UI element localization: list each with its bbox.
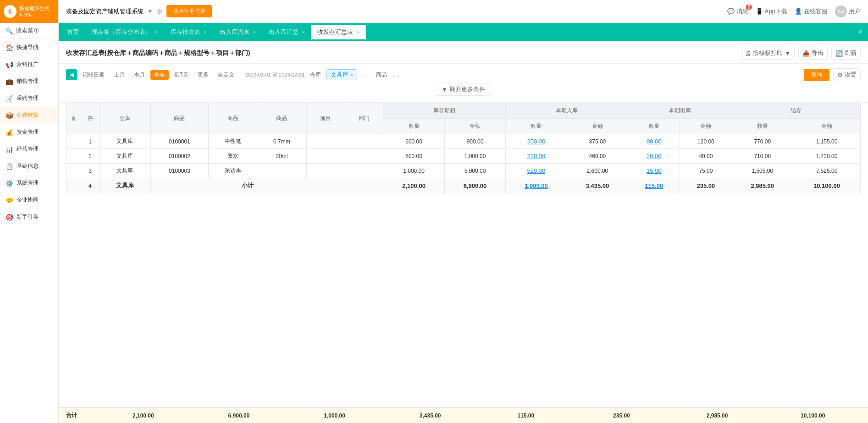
filter-collapse-btn[interactable]: ◀ xyxy=(66,69,77,80)
settings-text-btn[interactable]: ⚙ 设置 xyxy=(833,68,861,81)
cell-in-amt: 375.00 xyxy=(567,134,628,149)
tab-in-out-summary[interactable]: 出入库汇总 × xyxy=(262,25,311,39)
cell-in-amt: 2,600.00 xyxy=(567,164,628,178)
th-no: 序 xyxy=(81,103,100,134)
sidebar-search[interactable]: 🔍 搜索菜单 xyxy=(0,23,58,39)
th-product-spec: 商品 xyxy=(257,103,306,134)
th-department: 部门 xyxy=(345,103,383,134)
cell-out-qty[interactable]: 80.00 xyxy=(628,134,680,149)
export-btn[interactable]: 📤 导出 xyxy=(798,47,828,60)
date-shortcuts: 上月 本月 本年 近7天 更多 自定义 xyxy=(110,70,238,80)
th-balance-amt: 金额 xyxy=(793,119,860,134)
cell-settings xyxy=(66,164,81,178)
sidebar-item-guide[interactable]: 🎯 新手引导 xyxy=(0,209,58,225)
page-actions: 🖨 按模板打印 ▼ 📤 导出 🔄 刷新 xyxy=(741,47,861,60)
warehouse-tag: 文具库 × xyxy=(326,69,357,80)
expand-more-label: 展开更多条件 xyxy=(449,85,485,93)
tab-in-out-flow[interactable]: 出入库流水 × xyxy=(213,25,262,39)
sidebar-item-inventory[interactable]: 📦 库存核算 xyxy=(0,107,58,124)
th-warehouse: 仓库 xyxy=(100,103,151,134)
product-dots[interactable]: ... xyxy=(393,71,400,78)
sidebar-item-purchase[interactable]: 🛒 采购管理 xyxy=(0,90,58,107)
filter-right: 查询 ⚙ 设置 xyxy=(804,68,861,81)
th-period-out: 本期出库 xyxy=(628,103,732,119)
date-shortcut-this-year[interactable]: 本年 xyxy=(150,70,169,80)
cell-department xyxy=(345,149,383,164)
sidebar-item-sales[interactable]: 💼 销售管理 xyxy=(0,73,58,90)
cell-out-qty[interactable]: 115.00 xyxy=(628,178,680,193)
tab-receive-send-summary[interactable]: 收发存汇总表 × xyxy=(311,25,366,39)
page-header: 收发存汇总表(按仓库＋商品编码＋商品＋规格型号＋项目＋部门) 🖨 按模板打印 ▼… xyxy=(59,41,868,64)
settings-btn-label: 设置 xyxy=(845,71,857,79)
cell-out-qty[interactable]: 20.00 xyxy=(628,149,680,164)
warehouse-tag-close[interactable]: × xyxy=(350,72,353,77)
th-in-amt: 金额 xyxy=(567,119,628,134)
footer-in-qty: 1,000.00 xyxy=(287,412,382,419)
close-all-tabs-btn[interactable]: × xyxy=(855,28,866,36)
cell-in-qty[interactable]: 250.00 xyxy=(506,134,567,149)
sidebar-item-label: 库存核算 xyxy=(17,111,39,119)
refresh-btn[interactable]: 🔄 刷新 xyxy=(831,47,861,60)
cell-product-code: 0100002 xyxy=(150,149,208,164)
tab-inventory-dist[interactable]: 现存量（库存分布表） × xyxy=(85,25,164,39)
warehouse-label: 仓库 xyxy=(310,71,321,79)
footer-out-amt: 235.00 xyxy=(574,412,669,419)
sidebar-item-marketing[interactable]: 📢 营销推广 xyxy=(0,56,58,73)
message-btn[interactable]: 💬 消息 6 xyxy=(727,7,748,16)
tab-close-icon[interactable]: × xyxy=(302,30,305,35)
th-settings[interactable]: ⚙ xyxy=(66,103,81,134)
filter-row: ◀ 记账日期 上月 本月 本年 近7天 更多 自定义 2023-01-01 至 … xyxy=(66,68,861,81)
date-shortcut-custom[interactable]: 自定义 xyxy=(214,70,238,80)
cell-in-qty[interactable]: 520.00 xyxy=(506,164,567,178)
settings-icon[interactable]: ⚙ xyxy=(157,8,163,15)
cell-department xyxy=(345,134,383,149)
cell-in-qty[interactable]: 1,000.00 xyxy=(506,178,567,193)
dropdown-arrow: ▼ xyxy=(147,8,153,15)
th-project: 项目 xyxy=(306,103,345,134)
date-shortcut-last-7-days[interactable]: 近7天 xyxy=(171,70,192,80)
search-label: 搜索菜单 xyxy=(16,27,39,35)
warehouse-dots[interactable]: ... xyxy=(363,71,370,78)
online-service-btn[interactable]: 👤 在线客服 xyxy=(795,7,828,16)
tab-label: 收发存汇总表 xyxy=(317,28,353,36)
th-balance: 结存 xyxy=(732,103,860,119)
th-product-name: 商品 xyxy=(208,103,257,134)
cell-no: 2 xyxy=(81,149,100,164)
tab-batch-ledger[interactable]: 库存批次账 × xyxy=(164,25,213,39)
tab-home[interactable]: 首页 xyxy=(61,25,85,39)
cell-warehouse: 文具库 xyxy=(100,164,151,178)
cell-out-qty[interactable]: 15.00 xyxy=(628,164,680,178)
page-inner: 收发存汇总表(按仓库＋商品编码＋商品＋规格型号＋项目＋部门) 🖨 按模板打印 ▼… xyxy=(59,41,868,407)
cell-department xyxy=(345,178,383,193)
sidebar-item-corp[interactable]: 🤝 企业协同 xyxy=(0,192,58,209)
date-shortcut-last-month[interactable]: 上月 xyxy=(110,70,128,80)
cell-opening-qty: 600.00 xyxy=(383,134,444,149)
cell-balance-amt: 1,155.00 xyxy=(793,134,860,149)
app-download-btn[interactable]: 📱 App下载 xyxy=(756,7,787,16)
user-menu[interactable]: Ea 用户 xyxy=(835,5,861,17)
tab-close-icon[interactable]: × xyxy=(155,30,158,35)
expand-more-btn[interactable]: ▼ 展开更多条件 xyxy=(436,83,491,96)
tab-close-icon[interactable]: × xyxy=(204,30,207,35)
sidebar-item-system[interactable]: ⚙️ 系统管理 xyxy=(0,175,58,192)
date-shortcut-more[interactable]: 更多 xyxy=(194,70,212,80)
sidebar-item-operation[interactable]: 📊 经营管理 xyxy=(0,141,58,158)
cell-opening-amt: 6,900.00 xyxy=(444,178,505,193)
trial-btn[interactable]: 体验行业方案 xyxy=(166,5,212,17)
sidebar-item-basic[interactable]: 📋 基础信息 xyxy=(0,158,58,175)
cell-warehouse: 文具库 xyxy=(100,134,151,149)
th-out-amt: 金额 xyxy=(680,119,732,134)
chevron-down-icon: ▼ xyxy=(442,86,448,93)
tab-close-icon[interactable]: × xyxy=(357,30,359,35)
date-shortcut-this-month[interactable]: 本月 xyxy=(130,70,149,80)
print-btn[interactable]: 🖨 按模板打印 ▼ xyxy=(741,47,795,60)
cell-settings xyxy=(66,149,81,164)
tab-close-icon[interactable]: × xyxy=(253,30,256,35)
sidebar-item-quick-nav[interactable]: 🏠 快捷导航 xyxy=(0,39,58,56)
system-icon: ⚙️ xyxy=(6,180,13,187)
query-btn[interactable]: 查询 xyxy=(804,69,829,81)
service-icon: 👤 xyxy=(795,8,802,15)
sidebar-item-finance[interactable]: 💰 资金管理 xyxy=(0,124,58,141)
footer-values: 2,100.00 6,900.00 1,000.00 3,435.00 115.… xyxy=(95,412,861,419)
cell-in-qty[interactable]: 230.00 xyxy=(506,149,567,164)
